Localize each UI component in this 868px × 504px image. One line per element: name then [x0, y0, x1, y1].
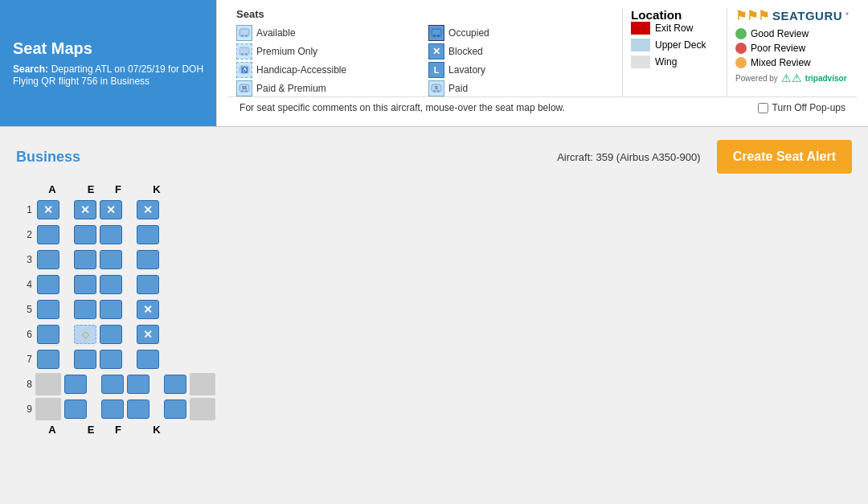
seat-3f[interactable]	[98, 248, 124, 271]
row-num-3: 3	[16, 254, 35, 265]
svg-rect-16	[433, 90, 436, 92]
exit-row-label: Exit Row	[655, 23, 693, 34]
seat-7k[interactable]	[135, 348, 161, 371]
seat-9f[interactable]	[125, 398, 151, 420]
bottom-info-bar: For seat specific comments on this aircr…	[228, 96, 857, 118]
seat-row-7: 7	[16, 348, 852, 371]
occupied-icon	[428, 25, 444, 41]
popup-toggle[interactable]: Turn Off Pop-ups	[758, 102, 845, 113]
seat-8k[interactable]	[162, 373, 188, 395]
seat-2k[interactable]	[135, 223, 161, 246]
location-upper-deck: Upper Deck	[631, 39, 719, 51]
location-title: Location	[631, 8, 719, 22]
seat-4k[interactable]	[135, 273, 161, 296]
seatguru-section: ⚑⚑⚑ SEATGURU * Good Review Poor Review M…	[727, 8, 857, 96]
svg-rect-0	[240, 29, 249, 36]
tripadvisor-row: Powered by ⚠⚠ tripadvisor	[735, 72, 849, 84]
seat-2f[interactable]	[98, 223, 124, 246]
seat-6e[interactable]: ◇	[72, 323, 98, 346]
seat-6k[interactable]: ✕	[135, 323, 161, 346]
seat-4e[interactable]	[72, 273, 98, 296]
info-text: For seat specific comments on this aircr…	[240, 102, 565, 113]
legend-lavatory: L Lavatory	[428, 62, 614, 78]
seats-grid: Available Occupied Premium O	[236, 25, 614, 96]
paid-icon: $	[428, 80, 444, 96]
seat-2a[interactable]	[35, 223, 61, 246]
seat-6a[interactable]	[35, 323, 61, 346]
svg-rect-4	[433, 35, 436, 37]
col-header-bottom-f: F	[104, 424, 132, 436]
svg-rect-3	[432, 29, 441, 36]
title-block: Seat Maps Search: Departing ATL on 07/25…	[0, 0, 216, 126]
seat-9a-icon	[64, 400, 87, 419]
seat-5a[interactable]	[35, 298, 61, 321]
seat-7a[interactable]	[35, 348, 61, 371]
create-seat-alert-button[interactable]: Create Seat Alert	[717, 140, 852, 174]
seat-8e[interactable]	[100, 373, 125, 395]
seat-9f-icon	[127, 400, 149, 419]
legend-paid: $ Paid	[428, 80, 614, 96]
legend-paid-premium: $$ Paid & Premium	[236, 80, 422, 96]
handicap-icon: ♿	[236, 62, 252, 78]
mixed-review-dot	[735, 57, 747, 68]
seat-9e[interactable]	[100, 398, 125, 420]
seat-8a[interactable]	[63, 373, 88, 395]
seat-1k[interactable]: ✕	[135, 199, 161, 221]
seat-4f[interactable]	[98, 273, 124, 296]
grey-block-8-left	[35, 373, 61, 395]
seat-4k-icon	[137, 275, 159, 294]
mixed-review-label: Mixed Review	[751, 57, 811, 68]
seat-9k-icon	[164, 400, 186, 419]
seat-1a[interactable]: ✕	[35, 199, 61, 221]
seat-5f[interactable]	[98, 298, 124, 321]
col-header-bottom-a: A	[39, 424, 66, 436]
seat-7f[interactable]	[98, 348, 124, 371]
seat-row-9: 9	[16, 398, 852, 420]
seat-7f-icon	[100, 350, 122, 369]
seat-3e[interactable]	[72, 248, 98, 271]
seat-1e-icon: ✕	[74, 200, 96, 219]
seat-3a[interactable]	[35, 248, 61, 271]
grey-block-9-left	[35, 398, 61, 420]
seat-3e-icon	[74, 250, 96, 269]
popup-checkbox[interactable]	[758, 103, 768, 113]
seat-4a-icon	[37, 275, 59, 294]
header: Seat Maps Search: Departing ATL on 07/25…	[0, 0, 868, 127]
seat-9k[interactable]	[162, 398, 188, 420]
page-title: Seat Maps	[13, 39, 203, 58]
svg-rect-8	[245, 53, 248, 55]
main-content: Business Aircraft: 359 (Airbus A350-900)…	[0, 127, 868, 449]
seat-5a-icon	[37, 300, 59, 319]
seat-6f-icon	[100, 325, 122, 344]
seat-1f[interactable]: ✕	[98, 199, 124, 221]
mixed-review: Mixed Review	[735, 57, 849, 68]
seat-7e[interactable]	[72, 348, 98, 371]
legend-handicap: ♿ Handicap-Accessible	[236, 62, 422, 78]
good-review-label: Good Review	[751, 28, 809, 39]
seat-5e[interactable]	[72, 298, 98, 321]
seat-8f[interactable]	[125, 373, 151, 395]
svg-rect-12	[241, 90, 244, 92]
good-review: Good Review	[735, 28, 849, 39]
seat-4f-icon	[100, 275, 122, 294]
seat-7e-icon	[74, 350, 96, 369]
premium-icon	[236, 43, 252, 59]
seat-1k-icon: ✕	[137, 200, 159, 219]
wing-label: Wing	[655, 56, 677, 68]
seat-6f[interactable]	[98, 323, 124, 346]
col-headers-top: A E F K	[39, 183, 852, 195]
svg-rect-7	[241, 53, 244, 55]
seat-2e[interactable]	[72, 223, 98, 246]
seat-3k[interactable]	[135, 248, 161, 271]
row-num-1: 1	[16, 204, 35, 215]
seat-5f-icon	[100, 300, 122, 319]
seat-4a[interactable]	[35, 273, 61, 296]
seat-3a-icon	[37, 250, 59, 269]
seat-5k[interactable]: ✕	[135, 298, 161, 321]
seat-2e-icon	[74, 225, 96, 244]
seat-9a[interactable]	[63, 398, 88, 420]
svg-rect-1	[241, 35, 244, 37]
seat-1e[interactable]: ✕	[72, 199, 98, 221]
seat-2a-icon	[37, 225, 59, 244]
poor-review: Poor Review	[735, 43, 849, 54]
